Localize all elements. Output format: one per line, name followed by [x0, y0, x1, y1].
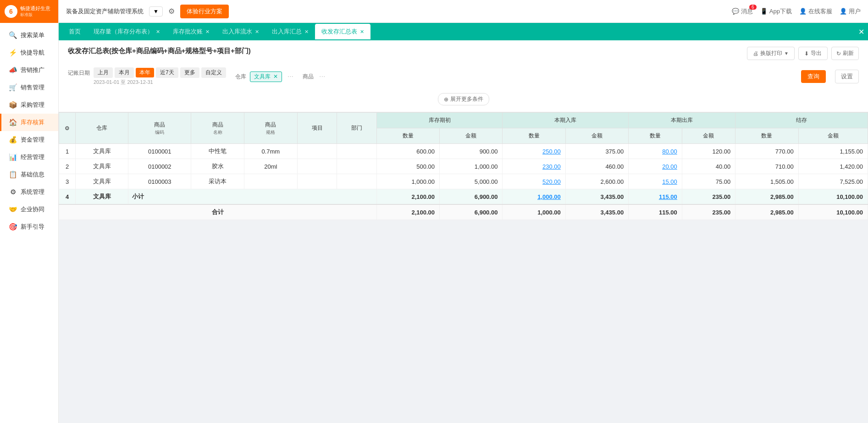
tab-close-icon[interactable]: ✕: [360, 29, 364, 35]
sidebar-item-basic[interactable]: 📋 基础信息: [0, 166, 58, 183]
tab-close-icon[interactable]: ✕: [156, 29, 160, 35]
row-seq: 3: [59, 174, 76, 189]
row-end-amt: 1,155.00: [798, 144, 868, 159]
date-range: 2023-01-01 至 2023-12-31: [94, 79, 226, 86]
refresh-icon: ↻: [836, 50, 841, 57]
sidebar-item-label: 新手引导: [21, 223, 44, 231]
close-all-tabs-button[interactable]: ✕: [858, 27, 864, 36]
sidebar-item-quicknav[interactable]: ⚡ 快捷导航: [0, 44, 58, 61]
topbar: 装备及固定资产辅助管理系统 ▼ ⚙ 体验行业方案 💬 消息 6 📱 App下载 …: [59, 0, 868, 23]
date-label: 记账日期: [68, 67, 90, 77]
gear-icon[interactable]: ⚙: [168, 7, 175, 16]
settings-button[interactable]: 设置: [835, 70, 859, 83]
subtotal-in-qty[interactable]: 1,000.00: [503, 189, 565, 205]
row-project: [298, 159, 337, 174]
tab-inout-summary[interactable]: 出入库汇总 ✕: [265, 24, 315, 39]
tab-close-icon[interactable]: ✕: [304, 29, 309, 35]
row-seq: 2: [59, 159, 76, 174]
marketing-icon: 📣: [9, 66, 17, 74]
row-name: 采访本: [191, 174, 244, 189]
end-qty-header: 数量: [735, 128, 798, 144]
out-qty-header: 数量: [629, 128, 682, 144]
more-dates-btn[interactable]: 更多: [180, 67, 199, 78]
table-row: 2 文具库 0100002 胶水 20ml 500.00 1,000.00 23…: [59, 159, 868, 174]
last-7-days-btn[interactable]: 近7天: [156, 67, 178, 78]
subtotal-out-amt: 235.00: [682, 189, 735, 205]
sidebar-item-purchase[interactable]: 📦 采购管理: [0, 96, 58, 114]
warehouse-tag-close[interactable]: ✕: [273, 73, 278, 80]
sidebar-item-search[interactable]: 🔍 搜索菜单: [0, 27, 58, 44]
goods-spec-col-header: 商品规格: [244, 113, 298, 144]
sidebar-item-sales[interactable]: 🛒 销售管理: [0, 79, 58, 96]
row-init-amt: 1,000.00: [440, 159, 503, 174]
row-dept: [337, 144, 376, 159]
sidebar-item-inventory[interactable]: 🏠 库存核算: [0, 114, 58, 131]
row-end-amt: 7,525.00: [798, 174, 868, 189]
print-button[interactable]: 🖨 换版打印 ▼: [747, 47, 795, 60]
sidebar-item-guide[interactable]: 🎯 新手引导: [0, 218, 58, 236]
app-name: 畅捷通好生意: [20, 5, 50, 11]
last-month-btn[interactable]: 上月: [94, 67, 113, 78]
tab-close-icon[interactable]: ✕: [255, 29, 259, 35]
row-spec: 20ml: [244, 159, 298, 174]
row-in-qty[interactable]: 520.00: [503, 174, 565, 189]
trial-button[interactable]: 体验行业方案: [180, 5, 229, 18]
row-in-qty[interactable]: 250.00: [503, 144, 565, 159]
row-in-qty[interactable]: 230.00: [503, 159, 565, 174]
settings-col-header[interactable]: ⚙: [59, 113, 76, 144]
sidebar-item-label: 销售管理: [21, 83, 44, 92]
subtotal-label: 小计: [128, 189, 377, 205]
row-code: 0100003: [128, 174, 191, 189]
tab-close-icon[interactable]: ✕: [205, 29, 210, 35]
total-out-qty: 115.00: [629, 204, 682, 220]
goods-more-icon[interactable]: ···: [319, 72, 325, 81]
row-spec: [244, 174, 298, 189]
user-menu[interactable]: 👤 用户: [840, 7, 861, 16]
column-settings-icon[interactable]: ⚙: [65, 125, 70, 132]
sidebar-item-enterprise[interactable]: 🤝 企业协同: [0, 201, 58, 218]
export-button[interactable]: ⬇ 导出: [798, 47, 828, 60]
this-year-btn[interactable]: 本年: [136, 68, 154, 77]
subtotal-warehouse: 文具库: [76, 189, 128, 205]
in-stock-header: 本期入库: [503, 113, 629, 128]
system-name: 装备及固定资产辅助管理系统: [66, 7, 144, 16]
refresh-button[interactable]: ↻ 刷新: [831, 47, 859, 60]
sidebar-item-operation[interactable]: 📊 经营管理: [0, 148, 58, 166]
message-badge: 6: [749, 5, 757, 10]
row-out-qty[interactable]: 20.00: [629, 159, 682, 174]
row-end-qty: 770.00: [735, 144, 798, 159]
sales-icon: 🛒: [9, 83, 17, 92]
finance-icon: 💰: [9, 136, 17, 144]
chevron-down-icon: ▼: [784, 51, 789, 56]
sidebar-item-marketing[interactable]: 📣 营销推广: [0, 61, 58, 79]
message-button[interactable]: 💬 消息 6: [732, 7, 753, 16]
tab-home[interactable]: 首页: [62, 24, 87, 39]
sidebar: 6 畅捷通好生意 标准版 🔍 搜索菜单 ⚡ 快捷导航 📣 营销推广 🛒 销售管理…: [0, 0, 59, 423]
warehouse-label: 仓库: [235, 73, 246, 81]
expand-filter-button[interactable]: ⊕ 展开更多条件: [438, 93, 489, 105]
online-service-button[interactable]: 👤 在线客服: [799, 7, 832, 16]
row-out-qty[interactable]: 15.00: [629, 174, 682, 189]
sidebar-item-system[interactable]: ⚙ 系统管理: [0, 183, 58, 201]
system-icon: ⚙: [9, 188, 17, 196]
tab-batch[interactable]: 库存批次账 ✕: [166, 24, 216, 39]
this-month-btn[interactable]: 本月: [115, 67, 134, 78]
tab-inventory-dist[interactable]: 现存量（库存分布表） ✕: [87, 24, 166, 39]
expand-icon: ⊕: [444, 96, 448, 103]
total-in-qty: 1,000.00: [503, 204, 565, 220]
sidebar-item-finance[interactable]: 💰 资金管理: [0, 131, 58, 148]
warehouse-more-icon[interactable]: ···: [287, 72, 293, 81]
subtotal-out-qty[interactable]: 115.00: [629, 189, 682, 205]
tab-inout-flow[interactable]: 出入库流水 ✕: [216, 24, 265, 39]
custom-date-btn[interactable]: 自定义: [201, 67, 226, 78]
system-dropdown[interactable]: ▼: [149, 6, 163, 16]
row-spec: 0.7mm: [244, 144, 298, 159]
goods-label: 商品: [303, 73, 314, 81]
tab-receive-send[interactable]: 收发存汇总表 ✕: [315, 24, 370, 39]
quicknav-icon: ⚡: [9, 49, 17, 57]
search-button[interactable]: 查询: [801, 70, 826, 83]
search-icon: 🔍: [9, 31, 17, 39]
app-download-button[interactable]: 📱 App下载: [760, 7, 792, 16]
tab-label: 出入库汇总: [272, 27, 302, 36]
row-out-qty[interactable]: 80.00: [629, 144, 682, 159]
